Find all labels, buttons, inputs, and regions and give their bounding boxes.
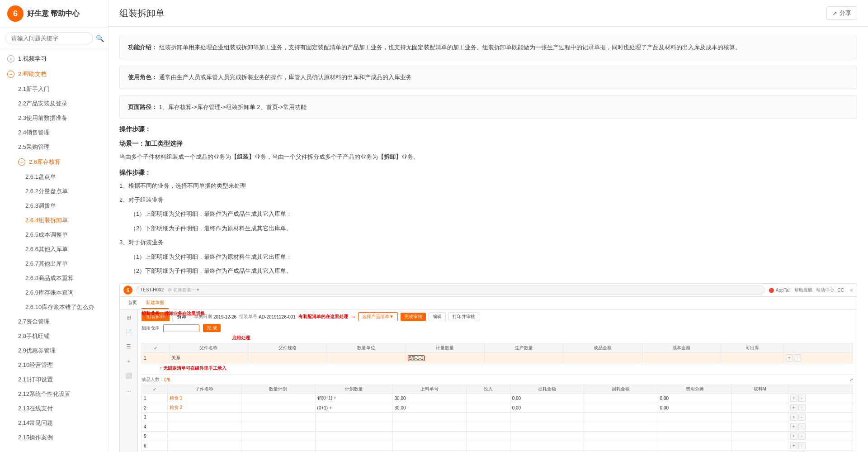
sidebar-item-docs-label: 2.帮助文档 (18, 70, 47, 78)
page-title: 组装拆卸单 (119, 7, 165, 19)
sidebar-item-2-15[interactable]: 2.15操作案例 (0, 430, 108, 445)
ss-arrow-right: → (350, 313, 356, 320)
sidebar-item-2-6-7[interactable]: 2.6.7其他出库单 (0, 257, 108, 271)
sidebar-item-2-6-4[interactable]: 2.6.4组装拆卸单 (0, 213, 108, 228)
step3-1: （1）上部明细为父件明细，最终作为原材料生成其它出库单； (119, 252, 857, 262)
ss-cell-spec (248, 353, 326, 363)
ss-annotation-manual-text: ↑ 无固定清单可在组件里手工录入 (160, 366, 226, 371)
sidebar-item-2-1[interactable]: 2.1新手入门 (0, 82, 108, 96)
path-label: 页面路径： (128, 104, 157, 110)
sidebar-item-2-11[interactable]: 2.11打印设置 (0, 372, 108, 387)
sidebar-item-2-6-1[interactable]: 2.6.1盘点单 (0, 170, 108, 184)
ss-complete-review-btn[interactable]: 完成审核 (401, 313, 426, 321)
ss-upper-table: ✓ 父件名称 父件规格 数量单位 计量数量 生产数量 成品金额 成本金额 可出库 (142, 343, 853, 363)
ss-red-bracket-qty: 5/0-1-1 (408, 355, 425, 361)
ss-nav: 首页 新建单据 (120, 297, 857, 309)
ss-form-area: 组装拆卸 拆卸 单据日期 2019-12-26 组装单号 AD-20191226… (138, 309, 857, 452)
table-row: 6 +- (142, 441, 853, 451)
ss-cell-available (721, 353, 784, 363)
ss-select-product-list-btn[interactable]: 选择产品清单▼ (358, 312, 398, 321)
sidebar-item-2-10[interactable]: 2.10经营管理 (0, 358, 108, 372)
step2: 2、对于组装业务 (119, 195, 857, 205)
fake-screenshot: 6 TEST-H002 ⚙ 切换套装一▼ 🔴 AppTail 帮助提醒 帮助中心… (120, 284, 857, 452)
ss-lower-col-loss2: 损耗金额 (584, 385, 658, 394)
feature-intro-text: 组装拆卸单用来处理企业组装或拆卸等加工业务，支持有固定装配清单的产品加工业务，也… (159, 44, 741, 51)
feature-intro-label: 功能介绍： (128, 44, 157, 51)
ss-close-icon: ✕ (849, 288, 853, 293)
ss-cell-qty-val: 5/0-1-1 (406, 353, 484, 363)
ss-action-del[interactable]: - (794, 354, 801, 362)
content-area: 功能介绍： 组装拆卸单用来处理企业组装或拆卸等加工业务，支持有固定装配清单的产品… (108, 27, 868, 452)
sidebar-item-2-12[interactable]: 2.12系统个性化设置 (0, 387, 108, 401)
collapse-icon: − (7, 71, 14, 78)
ss-col-actions-h (783, 343, 853, 353)
sidebar-item-videos[interactable]: + 1.视频学习 (0, 51, 108, 67)
sidebar-item-2-2[interactable]: 2.2产品安装及登录 (0, 96, 108, 111)
sidebar-item-2-6-9[interactable]: 2.6.9库存账本查询 (0, 285, 108, 300)
ss-lower-table: ✓ 子件名称 数量计划 计划数量 上料单号 投入 损耗金额 损耗金额 费用分摊 (142, 385, 853, 452)
ss-cell-produce (485, 353, 563, 363)
ss-edit-btn[interactable]: 编辑 (429, 312, 446, 321)
ss-count-label: 成品人数： (142, 376, 164, 383)
ss-tab-new[interactable]: 新建单据 (142, 297, 169, 309)
search-bar: 🔍 (0, 28, 108, 49)
sidebar: 6 好生意 帮助中心 🔍 + 1.视频学习 − 2.帮助文档 2.1新手入门 2… (0, 0, 108, 452)
sidebar-item-2-3[interactable]: 2.3使用前数据准备 (0, 111, 108, 125)
main-content: 组装拆卸单 ↗ 分享 功能介绍： 组装拆卸单用来处理企业组装或拆卸等加工业务，支… (108, 0, 868, 452)
ss-top-action-bar: 组装拆卸 拆卸 单据日期 2019-12-26 组装单号 AD-20191226… (142, 312, 853, 321)
ss-confirm-btn[interactable]: 完 成 (203, 324, 221, 332)
ss-warehouse-row: 启用仓库 完 成 组装业务、拆卸业务在这里切换 (142, 324, 853, 332)
ss-divider (142, 374, 853, 375)
ss-lower-col-take: 取料M (731, 385, 788, 394)
sidebar-item-2-8[interactable]: 2.8手机旺铺 (0, 329, 108, 343)
logo-icon: 6 (7, 5, 24, 22)
ops-steps-title: 操作步骤： (119, 125, 857, 133)
ss-lower-col-feed-no: 上料单号 (392, 385, 466, 394)
path-text: 1、库存核算->库存管理->组装拆卸单 2、首页->常用功能 (159, 104, 307, 110)
ss-annotation-switch: 组装业务、拆卸业务在这里切换 (142, 310, 205, 317)
sidebar-item-2-14[interactable]: 2.14常见问题 (0, 416, 108, 430)
ss-sidebar: ⊞ 📄 ☰ ＋ ⬜ … (120, 309, 138, 452)
sidebar-item-2-6[interactable]: − 2.6库存核算 (0, 154, 108, 170)
ss-cell-cost-amt (642, 353, 721, 363)
ss-cell-unit (327, 353, 406, 363)
ss-lower-col-actions-h (788, 385, 853, 394)
ss-sidebar-plus-icon: ＋ (123, 355, 135, 367)
ss-addr-bar: TEST-H002 ⚙ 切换套装一▼ (136, 285, 765, 295)
sidebar-item-2-5[interactable]: 2.5采购管理 (0, 140, 108, 154)
ss-date-val: 2019-12-26 (213, 314, 236, 319)
sidebar-item-2-6-3[interactable]: 2.6.3调拨单 (0, 199, 108, 213)
scene1-desc: 当由多个子件材料组装成一个成品的业务为【组装】业务，当由一个父件拆分成多个子产品… (119, 152, 857, 162)
sidebar-item-2-6-5[interactable]: 2.6.5成本调整单 (0, 228, 108, 242)
search-button[interactable]: 🔍 (96, 34, 104, 43)
sidebar-item-2-9[interactable]: 2.9优惠券管理 (0, 343, 108, 358)
sidebar-item-docs[interactable]: − 2.帮助文档 (0, 67, 108, 82)
ss-col-unit: 数量单位 (327, 343, 406, 353)
ss-sidebar-more-icon: … (123, 384, 135, 396)
share-button[interactable]: ↗ 分享 (826, 6, 857, 20)
app-name: 好生意 帮助中心 (27, 9, 80, 19)
ss-tab-home[interactable]: 首页 (123, 297, 142, 309)
collapse-icon-2-6: − (18, 158, 25, 166)
sidebar-item-2-4[interactable]: 2.4销售管理 (0, 125, 108, 140)
table-row: 3 +- (142, 413, 853, 422)
sidebar-item-2-6-10[interactable]: 2.6.10库存账本错了怎么办 (0, 300, 108, 314)
ss-col-parent-spec: 父件规格 (248, 343, 326, 353)
sidebar-item-2-7[interactable]: 2.7资金管理 (0, 314, 108, 329)
ops-sub-title: 操作步骤： (119, 169, 857, 177)
ss-lower-col-check: ✓ (142, 385, 168, 394)
sidebar-item-2-13[interactable]: 2.13在线支付 (0, 401, 108, 416)
ss-cell-check: 1 (142, 353, 170, 363)
ss-lower-col-input: 投入 (466, 385, 510, 394)
ss-sidebar-chart-icon: ⬜ (123, 369, 135, 382)
role-label: 使用角色： (128, 74, 157, 81)
ss-warehouse-input[interactable] (163, 324, 199, 332)
ss-print-review-btn[interactable]: 打印并审核 (448, 312, 479, 321)
sidebar-item-2-6-2[interactable]: 2.6.2分量盘点单 (0, 184, 108, 199)
sidebar-item-2-6-8[interactable]: 2.6.8商品成本重算 (0, 271, 108, 285)
ss-action-add[interactable]: + (786, 354, 793, 362)
ss-sidebar-home-icon: ⊞ (123, 311, 135, 324)
ss-col-qty: 计量数量 (406, 343, 484, 353)
sidebar-item-2-6-6[interactable]: 2.6.6其他入库单 (0, 242, 108, 257)
search-input[interactable] (5, 32, 93, 44)
